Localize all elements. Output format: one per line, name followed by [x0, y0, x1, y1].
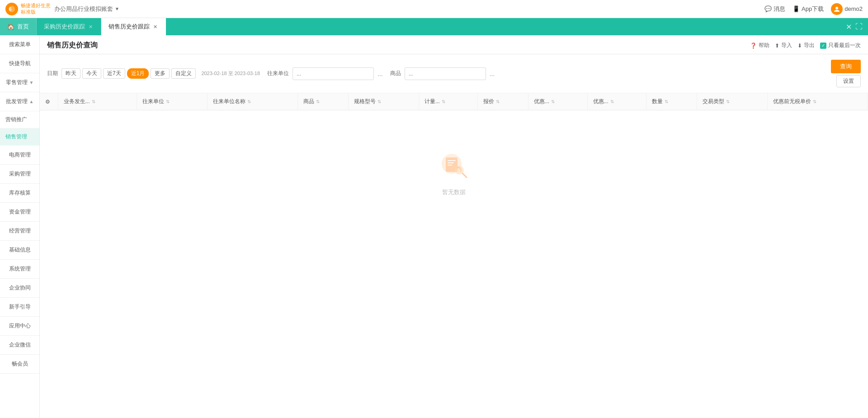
header-right: 💬 消息 📱 App下载 demo2 [764, 3, 863, 15]
date-btn-1month[interactable]: 近1月 [127, 68, 149, 79]
page-title: 销售历史价查询 [47, 41, 98, 50]
partner-label: 往来单位 [267, 70, 289, 77]
app-download-action[interactable]: 📱 App下载 [793, 5, 824, 13]
table-header-row: ⚙ 业务发生... ⇅ 往来单位 [40, 93, 868, 110]
tab-home[interactable]: 🏠 首页 [0, 18, 37, 35]
sidebar-item-quick-nav[interactable]: 快捷导航 [0, 54, 39, 73]
goods-input[interactable] [405, 67, 486, 80]
page-actions: ❓ 帮助 ⬆ 导入 ⬇ 导出 ✓ 只看最后一次 [750, 42, 861, 49]
sidebar-item-enterprise-collab[interactable]: 企业协同 [0, 279, 39, 298]
svg-rect-7 [448, 165, 452, 166]
sidebar-item-business-mgmt[interactable]: 经营管理 [0, 222, 39, 241]
date-btn-yesterday[interactable]: 昨天 [61, 68, 80, 79]
sort-icon: ⇅ [813, 99, 816, 104]
empty-state: 暂无数据 [40, 110, 868, 233]
svg-rect-6 [448, 162, 454, 163]
svg-point-2 [835, 7, 838, 10]
only-last-checkbox-area[interactable]: ✓ 只看最后一次 [820, 42, 861, 49]
help-icon: ❓ [750, 43, 757, 49]
settings-button[interactable]: 设置 [836, 75, 861, 87]
page-container: 销售历史价查询 ❓ 帮助 ⬆ 导入 ⬇ 导出 ✓ [40, 35, 868, 418]
sidebar-item-purchase-mgmt[interactable]: 采购管理 [0, 165, 39, 184]
filter-action-buttons: 查询 设置 [831, 60, 861, 87]
sidebar-item-retail-mgmt[interactable]: 零售管理 ▼ [0, 73, 39, 92]
sort-icon: ⇅ [610, 99, 614, 104]
sidebar-item-finance-mgmt[interactable]: 资金管理 [0, 203, 39, 222]
date-btn-more[interactable]: 更多 [151, 68, 170, 79]
tab-sales-history[interactable]: 销售历史价跟踪 ✕ [101, 18, 166, 35]
date-range-text: 2023-02-18 至 2023-03-18 [201, 70, 260, 77]
svg-text:6: 6 [9, 7, 12, 12]
avatar [831, 3, 843, 15]
th-trade-type[interactable]: 交易类型 ⇅ [697, 93, 767, 110]
page-header: 销售历史价查询 ❓ 帮助 ⬆ 导入 ⬇ 导出 ✓ [40, 35, 868, 54]
th-discount1[interactable]: 优惠... ⇅ [528, 93, 587, 110]
export-button[interactable]: ⬇ 导出 [797, 42, 815, 49]
user-menu[interactable]: demo2 [831, 3, 863, 15]
sort-icon: ⇅ [166, 99, 170, 104]
close-purchase-tab[interactable]: ✕ [88, 23, 94, 31]
th-partner-name[interactable]: 往来单位名称 ⇅ [207, 93, 297, 110]
sort-icon: ⇅ [316, 99, 320, 104]
empty-text: 暂无数据 [442, 188, 466, 196]
table-container: ⚙ 业务发生... ⇅ 往来单位 [40, 93, 868, 418]
only-last-checkbox[interactable]: ✓ [820, 43, 826, 49]
th-unit[interactable]: 计量... ⇅ [419, 93, 477, 110]
date-btn-today[interactable]: 今天 [82, 68, 101, 79]
import-button[interactable]: ⬆ 导入 [775, 42, 792, 49]
sort-icon: ⇅ [247, 99, 251, 104]
query-button[interactable]: 查询 [831, 60, 861, 73]
th-qty[interactable]: 数量 ⇅ [646, 93, 697, 110]
th-biz-date[interactable]: 业务发生... ⇅ [58, 93, 137, 110]
sidebar-item-system-mgmt[interactable]: 系统管理 [0, 260, 39, 279]
sidebar-item-new-guide[interactable]: 新手引导 [0, 298, 39, 317]
th-spec[interactable]: 规格型号 ⇅ [348, 93, 419, 110]
sidebar-item-inventory[interactable]: 库存核算 [0, 184, 39, 203]
sidebar-item-sales-mgmt[interactable]: 销售管理 [0, 128, 39, 146]
sidebar-item-wholesale-mgmt[interactable]: 批发管理 ▲ [0, 92, 39, 111]
date-buttons: 昨天 今天 近7天 近1月 更多 自定义 [61, 68, 196, 79]
chevron-down-icon: ▼ [115, 6, 119, 11]
app-name-dropdown[interactable]: 办公用品行业模拟账套 ▼ [54, 5, 119, 13]
export-icon: ⬇ [797, 43, 802, 49]
th-pre-tax-price[interactable]: 优惠前无税单价 ⇅ [767, 93, 868, 110]
content-area: 销售历史价查询 ❓ 帮助 ⬆ 导入 ⬇ 导出 ✓ [40, 35, 868, 418]
close-sales-tab[interactable]: ✕ [152, 23, 158, 31]
maximize-window[interactable]: ⛶ [855, 23, 863, 31]
date-btn-custom[interactable]: 自定义 [171, 68, 196, 79]
sort-icon: ⇅ [496, 99, 500, 104]
goods-more-icon[interactable]: ... [490, 70, 495, 77]
partner-more-icon[interactable]: ... [377, 70, 383, 77]
import-icon: ⬆ [775, 43, 779, 49]
sort-icon: ⇅ [665, 99, 668, 104]
sort-icon: ⇅ [551, 99, 555, 104]
sort-icon: ⇅ [377, 99, 381, 104]
sidebar-item-member-club[interactable]: 畅会员 [0, 355, 39, 374]
sidebar-item-app-center[interactable]: 应用中心 [0, 317, 39, 336]
th-discount2[interactable]: 优惠... ⇅ [587, 93, 646, 110]
goods-label: 商品 [390, 70, 401, 77]
th-goods[interactable]: 商品 ⇅ [297, 93, 348, 110]
th-partner-code[interactable]: 往来单位 ⇅ [137, 93, 207, 110]
tab-bar: 🏠 首页 采购历史价跟踪 ✕ 销售历史价跟踪 ✕ ✕ ⛶ [0, 18, 868, 35]
goods-filter-group: 商品 ... [390, 67, 495, 80]
sidebar-item-search-menu[interactable]: 搜索菜单 [0, 35, 39, 54]
sidebar-item-marketing[interactable]: 营销推广 [0, 111, 39, 128]
sidebar-item-ecom-mgmt[interactable]: 电商管理 [0, 146, 39, 165]
help-button[interactable]: ❓ 帮助 [750, 42, 769, 49]
message-action[interactable]: 💬 消息 [764, 5, 785, 13]
sidebar-item-enterprise-wechat[interactable]: 企业微信 [0, 336, 39, 355]
date-btn-7days[interactable]: 近7天 [103, 68, 125, 79]
th-settings[interactable]: ⚙ [40, 93, 58, 110]
sort-icon: ⇅ [726, 99, 730, 104]
settings-icon[interactable]: ⚙ [45, 99, 50, 105]
th-price[interactable]: 报价 ⇅ [478, 93, 528, 110]
close-all-tabs[interactable]: ✕ [846, 23, 852, 31]
partner-input[interactable] [292, 67, 374, 80]
chevron-up-icon: ▲ [29, 99, 34, 104]
empty-icon [436, 147, 472, 183]
svg-rect-5 [448, 160, 456, 161]
tab-purchase-history[interactable]: 采购历史价跟踪 ✕ [37, 18, 101, 35]
main-layout: 搜索菜单 快捷导航 零售管理 ▼ 批发管理 ▲ 营销推广 销售管理 电商管理 采… [0, 35, 868, 418]
sidebar-item-basic-info[interactable]: 基础信息 [0, 241, 39, 260]
